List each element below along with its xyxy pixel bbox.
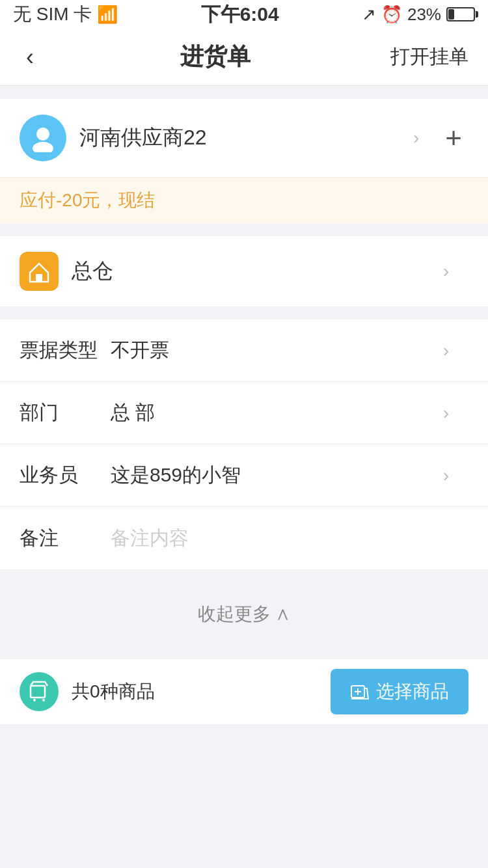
remark-label: 备注 — [20, 525, 111, 552]
user-icon — [29, 124, 57, 152]
open-pending-button[interactable]: 打开挂单 — [390, 44, 468, 70]
status-time: 下午6:04 — [201, 1, 279, 28]
battery-percent: 23% — [407, 5, 441, 25]
supplier-row[interactable]: 河南供应商22 › + — [0, 99, 488, 178]
status-left: 无 SIM 卡 📶 — [13, 2, 118, 27]
svg-point-1 — [33, 142, 53, 152]
wifi-icon: 📶 — [97, 5, 118, 25]
top-separator — [0, 86, 488, 99]
salesperson-label: 业务员 — [20, 462, 111, 489]
add-supplier-button[interactable]: + — [439, 122, 468, 154]
department-chevron-icon: › — [443, 403, 449, 424]
supplier-card: 河南供应商22 › + 应付-20元，现结 — [0, 99, 488, 223]
back-button[interactable]: ‹ — [20, 37, 40, 77]
warehouse-name: 总仓 — [72, 257, 443, 286]
supplier-name: 河南供应商22 — [79, 124, 413, 152]
home-icon — [27, 260, 51, 283]
cart-icon — [28, 681, 50, 703]
battery-icon — [446, 7, 475, 21]
supplier-avatar — [20, 115, 66, 161]
select-product-label: 选择商品 — [376, 679, 449, 704]
warehouse-card[interactable]: 总仓 › — [0, 236, 488, 306]
page-title: 进货单 — [180, 41, 251, 73]
form-section: 票据类型 不开票 › 部门 总 部 › 业务员 这是859的小智 › 备注 备注… — [0, 319, 488, 569]
salesperson-value: 这是859的小智 — [111, 462, 443, 489]
main-content: 河南供应商22 › + 应付-20元，现结 总仓 › 票据类型 不开票 › — [0, 86, 488, 724]
salesperson-chevron-icon: › — [443, 465, 449, 486]
collapse-button[interactable]: 收起更多 ∧ — [0, 582, 488, 646]
svg-point-4 — [33, 699, 36, 701]
ticket-type-label: 票据类型 — [20, 337, 111, 364]
carrier-text: 无 SIM 卡 — [13, 2, 92, 27]
svg-rect-2 — [36, 274, 42, 282]
svg-rect-3 — [31, 686, 45, 698]
department-row[interactable]: 部门 总 部 › — [0, 382, 488, 444]
salesperson-row[interactable]: 业务员 这是859的小智 › — [0, 444, 488, 507]
svg-point-0 — [36, 128, 49, 141]
ticket-type-chevron-icon: › — [443, 340, 449, 361]
remark-row[interactable]: 备注 备注内容 — [0, 507, 488, 569]
bottom-separator — [0, 646, 488, 659]
warehouse-row[interactable]: 总仓 › — [0, 236, 488, 306]
select-product-button[interactable]: 选择商品 — [331, 669, 468, 714]
product-icon — [20, 672, 59, 711]
svg-point-5 — [42, 699, 45, 701]
supplier-notice: 应付-20元，现结 — [0, 178, 488, 223]
warehouse-chevron-icon: › — [443, 261, 449, 282]
nav-bar: ‹ 进货单 打开挂单 — [0, 29, 488, 86]
add-product-icon — [350, 682, 370, 701]
department-value: 总 部 — [111, 400, 443, 426]
product-count-text: 共0种商品 — [72, 679, 318, 704]
status-bar: 无 SIM 卡 📶 下午6:04 ↗ ⏰ 23% — [0, 0, 488, 29]
warehouse-icon — [20, 252, 59, 291]
alarm-icon: ⏰ — [381, 5, 402, 25]
bottom-bar: 共0种商品 选择商品 — [0, 659, 488, 724]
ticket-type-row[interactable]: 票据类型 不开票 › — [0, 319, 488, 382]
department-label: 部门 — [20, 400, 111, 426]
status-right: ↗ ⏰ 23% — [362, 5, 475, 25]
location-icon: ↗ — [362, 5, 376, 25]
supplier-chevron-icon: › — [413, 128, 419, 148]
ticket-type-value: 不开票 — [111, 337, 443, 364]
remark-placeholder[interactable]: 备注内容 — [111, 525, 468, 552]
